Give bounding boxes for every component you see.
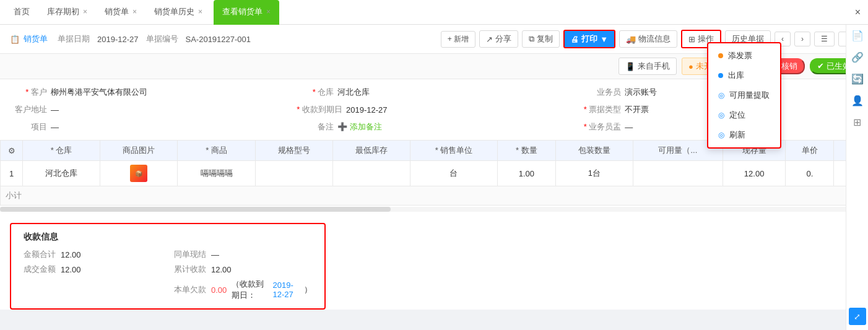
row-current-stock: 12.00 <box>723 161 786 186</box>
doc-no-label: 单据编号 <box>146 33 178 45</box>
tab-sales[interactable]: 销货单 × <box>96 0 145 25</box>
date-label: 单据日期 <box>58 33 90 45</box>
add-button[interactable]: + 新增 <box>441 31 475 48</box>
tab-sales-history[interactable]: 销货单历史 × <box>145 0 211 25</box>
add-remark-icon: ➕ <box>337 122 347 131</box>
row-sales-unit: 台 <box>410 161 498 186</box>
add-invoice-dot <box>718 53 723 58</box>
col-quantity: * 数量 <box>497 141 555 161</box>
payment-date-label: 收款到期日 <box>297 104 342 115</box>
transaction-value: 12.00 <box>61 265 81 274</box>
same-order-label: 同单现结 <box>174 249 206 260</box>
dropdown-refresh-label: 刷新 <box>729 129 745 141</box>
dropdown-add-invoice[interactable]: 添发票 <box>708 46 780 66</box>
staff-label: 业务员 <box>584 87 621 98</box>
tab-sales-history-close[interactable]: × <box>198 7 202 16</box>
tab-bar: 首页 库存期初 × 销货单 × 销货单历史 × 查看销货单 × × <box>0 0 868 25</box>
dropdown-locate[interactable]: ◎ 定位 <box>708 105 780 125</box>
row-warehouse: 河北仓库 <box>23 161 100 186</box>
row-product: 嗝嗝嗝嗝 <box>178 161 255 186</box>
subtotal-row: 小计 <box>1 186 868 206</box>
customer-label: 客户 <box>10 87 47 98</box>
tab-view-sales-close[interactable]: × <box>266 7 271 16</box>
operation-grid-icon: ⊞ <box>688 35 695 44</box>
data-table-wrapper: ⚙ * 仓库 商品图片 * 商品 规格型号 最低库存 * 销售单位 * 数量 包… <box>0 140 868 213</box>
from-phone-button[interactable]: 📱 来自手机 <box>618 58 677 75</box>
total-amount-label: 金额合计 <box>24 249 56 260</box>
row-spec <box>255 161 332 186</box>
address-field: 客户地址 — <box>10 104 284 115</box>
col-sales-unit: * 销售单位 <box>410 141 498 161</box>
col-product: * 商品 <box>178 141 255 161</box>
dropdown-refresh[interactable]: ◎ 刷新 <box>708 125 780 145</box>
tab-sales-history-label: 销货单历史 <box>154 6 194 17</box>
document-icon: 📋 <box>10 35 20 44</box>
locate-icon: ◎ <box>718 111 724 119</box>
window-close-button[interactable]: × <box>855 7 861 18</box>
logistics-icon: 🚚 <box>626 35 636 44</box>
nav-next-button[interactable]: › <box>794 32 810 46</box>
summary-grid: 金额合计 12.00 同单现结 — 成交金额 12.00 累计收款 12.00 … <box>24 249 312 301</box>
expand-icon: ⤢ <box>854 312 861 320</box>
col-warehouse: * 仓库 <box>23 141 100 161</box>
product-table: ⚙ * 仓库 商品图片 * 商品 规格型号 最低库存 * 销售单位 * 数量 包… <box>0 140 868 206</box>
doc-no-value: SA-20191227-001 <box>186 35 251 44</box>
row-quantity: 1.00 <box>497 161 555 186</box>
printer-icon: 🖨 <box>571 35 579 44</box>
dropdown-extract[interactable]: ◎ 可用量提取 <box>708 85 780 105</box>
remark-field: 备注 ➕ 添加备注 <box>297 121 571 132</box>
balance-end: ） <box>304 284 312 295</box>
project-value: — <box>51 123 59 132</box>
tab-inventory[interactable]: 库存期初 × <box>38 0 96 25</box>
tab-sales-close[interactable]: × <box>132 7 137 16</box>
form-header-right: + 新增 ↗ 分享 ⧉ 复制 🖨 打印 ▼ 🚚 物流信息 ⊞ 操作 <box>441 30 858 48</box>
form-meta: 单据日期 2019-12-27 单据编号 SA-20191227-001 <box>58 33 251 45</box>
payment-date-value: 2019-12-27 <box>346 105 388 115</box>
row-no: 1 <box>1 161 23 186</box>
outbound-dot <box>718 73 723 78</box>
dropdown-outbound[interactable]: 出库 <box>708 66 780 85</box>
same-order-item: 同单现结 — <box>174 249 312 260</box>
row-price: 0. <box>786 161 834 186</box>
staff-value: 演示账号 <box>625 87 657 98</box>
sidebar-document-icon[interactable]: 📄 <box>851 30 864 41</box>
table-row: 1 河北仓库 📦 嗝嗝嗝嗝 台 1.00 1台 12.00 0. <box>1 161 868 186</box>
balance-value: 0.00 <box>211 285 227 295</box>
cumulative-label: 累计收款 <box>174 264 206 275</box>
share-button[interactable]: ↗ 分享 <box>479 30 518 48</box>
col-min-stock: 最低库存 <box>332 141 410 161</box>
tab-home[interactable]: 首页 <box>5 0 38 25</box>
col-gear: ⚙ <box>1 141 23 161</box>
list-view-button[interactable]: ☰ <box>814 32 835 46</box>
cumulative-value: 12.00 <box>211 265 232 274</box>
tab-sales-label: 销货单 <box>105 6 129 17</box>
dropdown-add-invoice-label: 添发票 <box>728 50 752 61</box>
project-label: 项目 <box>10 121 47 132</box>
balance-note: （收款到期日： <box>232 279 267 301</box>
remark-add-button[interactable]: ➕ 添加备注 <box>337 121 382 132</box>
transaction-label: 成交金额 <box>24 264 56 275</box>
form-title: 📋 销货单 <box>10 33 48 45</box>
customer-value: 柳州粤港平安气体有限公司 <box>51 87 147 98</box>
sidebar-link-icon[interactable]: 🔗 <box>851 51 864 63</box>
tab-inventory-close[interactable]: × <box>83 7 87 16</box>
print-dropdown-icon: ▼ <box>600 35 608 44</box>
sidebar-layers-icon[interactable]: ⊞ <box>853 116 861 128</box>
sidebar-rotate-icon[interactable]: 🔄 <box>851 73 864 85</box>
tab-view-sales[interactable]: 查看销货单 × <box>214 0 279 25</box>
balance-label: 本单欠款 <box>174 284 206 295</box>
tab-inventory-label: 库存期初 <box>47 6 79 17</box>
product-image-icon: 📦 <box>135 170 142 177</box>
logistics-button[interactable]: 🚚 物流信息 <box>619 30 677 48</box>
copy-button[interactable]: ⧉ 复制 <box>522 30 560 48</box>
subtotal-label: 小计 <box>1 186 868 206</box>
form-header-left: 📋 销货单 单据日期 2019-12-27 单据编号 SA-20191227-0… <box>10 33 251 45</box>
sidebar-person-icon[interactable]: 👤 <box>851 95 864 106</box>
cumulative-item: 累计收款 12.00 <box>174 264 312 275</box>
customer-field: 客户 柳州粤港平安气体有限公司 <box>10 87 284 98</box>
col-price: 单价 <box>786 141 834 161</box>
form-title-text: 销货单 <box>24 33 48 45</box>
print-button[interactable]: 🖨 打印 ▼ <box>563 30 615 48</box>
already-effective-icon: ✔ <box>817 61 824 71</box>
sidebar-expand-button[interactable]: ⤢ <box>849 308 866 319</box>
